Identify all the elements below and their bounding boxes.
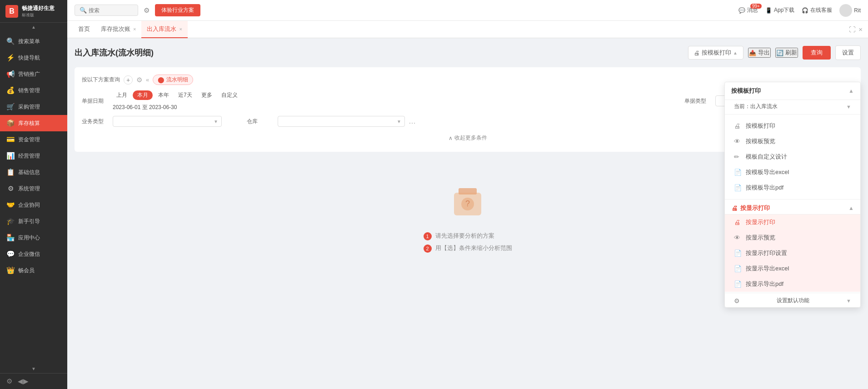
dropdown-header: 按模板打印 ▲ [725, 82, 860, 100]
filter-collapse-icon[interactable]: « [146, 76, 149, 83]
dropdown-item-display-pdf[interactable]: 📄 按显示导出pdf [725, 276, 860, 292]
sidebar-item-finance[interactable]: 💳 资金管理 [0, 131, 67, 148]
sidebar-item-operations[interactable]: 📊 经营管理 [0, 148, 67, 164]
sidebar-item-search[interactable]: 🔍 搜索菜单 [0, 33, 67, 50]
sidebar-item-label: 基础信息 [18, 169, 40, 176]
dropdown-current-arrow-icon[interactable]: ▼ [846, 104, 851, 110]
logo-text: 畅捷通好生意 标准版 [22, 5, 55, 18]
dropdown-display-collapse-icon[interactable]: ▲ [848, 205, 854, 211]
step-1-num: 1 [424, 232, 432, 240]
dropdown-default-arrow-icon[interactable]: ▼ [846, 298, 851, 304]
filter-settings-icon[interactable]: ⚙ [136, 76, 142, 84]
step-1-text: 请先选择要分析的方案 [435, 232, 494, 240]
refresh-button[interactable]: 🔄 刷新 [775, 48, 798, 58]
guide-icon: 🎓 [6, 217, 15, 225]
sidebar-item-sales[interactable]: 💰 销售管理 [0, 82, 67, 99]
export-button[interactable]: 📤 导出 [748, 48, 771, 58]
sidebar-item-member[interactable]: 👑 畅会员 [0, 262, 67, 279]
filter-date-last-month[interactable]: 上月 [113, 90, 131, 100]
sidebar-item-wechat[interactable]: 💬 企业微信 [0, 246, 67, 262]
footer-collapse-icon[interactable]: ◀▶ [18, 377, 29, 385]
sidebar-item-cooperation[interactable]: 🤝 企业协同 [0, 197, 67, 213]
search-icon: 🔍 [80, 7, 87, 14]
display-excel-icon: 📄 [734, 265, 741, 272]
dropdown-item-template-custom[interactable]: ✏ 模板自定义设计 [725, 149, 860, 165]
filter-date-this-month[interactable]: 本月 [133, 90, 153, 100]
message-button[interactable]: 💬 消息 99+ [738, 6, 758, 14]
tab-expand-icon[interactable]: ⛶ [849, 25, 856, 33]
settings-button[interactable]: 设置 [835, 45, 861, 60]
tab-flow-close[interactable]: × [179, 26, 182, 32]
dropdown-display-section-label: 🖨 按显示打印 [731, 204, 770, 212]
filter-date-last-7[interactable]: 近7天 [175, 90, 196, 100]
filter-date-range: 2023-06-01 至 2023-06-30 [113, 104, 241, 111]
sidebar-item-guide[interactable]: 🎓 新手引导 [0, 213, 67, 229]
tabs-actions: ⛶ × [849, 25, 863, 33]
tab-batch-close[interactable]: × [133, 26, 136, 32]
dropdown-item-display-preview[interactable]: 👁 按显示预览 [725, 230, 860, 245]
dropdown-item-template-preview-label: 按模板预览 [746, 137, 775, 145]
filter-biz-type-wrapper [113, 116, 222, 127]
sidebar-scroll-up[interactable]: ▲ [0, 23, 67, 31]
template-excel-icon: 📄 [734, 169, 741, 176]
tab-flow[interactable]: 出入库流水 × [141, 21, 187, 38]
industry-solution-button[interactable]: 体验行业方案 [155, 4, 200, 16]
tab-close-all-icon[interactable]: × [858, 25, 863, 33]
dropdown-item-display-pdf-label: 按显示导出pdf [746, 280, 783, 288]
template-print-icon: 🖨 [734, 122, 741, 130]
logo-icon: B [5, 5, 18, 18]
dropdown-item-display-excel[interactable]: 📄 按显示导出excel [725, 261, 860, 276]
dropdown-item-template-preview[interactable]: 👁 按模板预览 [725, 134, 860, 149]
sidebar-item-quick-nav[interactable]: ⚡ 快捷导航 [0, 50, 67, 66]
dropdown-current-label: 当前：出入库流水 ▼ [725, 100, 860, 113]
dropdown-item-template-pdf[interactable]: 📄 按模板导出pdf [725, 180, 860, 195]
sidebar-item-inventory[interactable]: 📦 库存核算 [0, 115, 67, 131]
sidebar-item-app-center[interactable]: 🏪 应用中心 [0, 229, 67, 246]
sidebar-item-marketing[interactable]: 📢 营销推广 [0, 66, 67, 82]
tabs-bar: 首页 库存批次账 × 出入库流水 × ⛶ × [67, 21, 868, 38]
topbar-search-input[interactable] [89, 7, 134, 14]
filter-date-more[interactable]: 更多 [198, 90, 216, 100]
sidebar-item-purchase[interactable]: 🛒 采购管理 [0, 99, 67, 115]
sidebar-item-system[interactable]: ⚙ 系统管理 [0, 180, 67, 197]
filter-warehouse-select[interactable] [278, 116, 405, 127]
dropdown-template-section: 🖨 按模板打印 👁 按模板预览 ✏ 模板自定义设计 📄 按模板导出excel 📄 [725, 115, 860, 198]
dropdown-item-display-print-settings[interactable]: 📄 按显示打印设置 [725, 245, 860, 261]
sales-icon: 💰 [6, 86, 15, 95]
cooperation-icon: 🤝 [6, 201, 15, 209]
filter-add-button[interactable]: + [124, 75, 133, 85]
svg-rect-1 [459, 188, 477, 194]
app-center-icon: 🏪 [6, 234, 15, 242]
print-arrow-up-icon: ▲ [733, 50, 738, 55]
topbar-gear-icon[interactable]: ⚙ [144, 6, 150, 15]
query-button[interactable]: 查询 [803, 46, 831, 60]
footer-settings-icon[interactable]: ⚙ [6, 377, 12, 385]
print-template-button[interactable]: 🖨 按模板打印 ▲ [688, 46, 743, 60]
filter-warehouse-field: 仓库 … [247, 116, 416, 127]
filter-date-buttons: 上月 本月 本年 近7天 更多 自定义 [113, 90, 241, 100]
print-label: 按模板打印 [702, 49, 731, 57]
app-download-icon: 📱 [765, 7, 772, 14]
sidebar-item-label: 应用中心 [18, 234, 40, 242]
dropdown-item-template-excel[interactable]: 📄 按模板导出excel [725, 165, 860, 180]
dropdown-item-display-print[interactable]: 🖨 按显示打印 [725, 214, 860, 230]
dropdown-collapse-icon[interactable]: ▲ [848, 88, 854, 94]
app-download-button[interactable]: 📱 App下载 [765, 6, 794, 14]
filter-warehouse-ellipsis[interactable]: … [409, 117, 416, 125]
filter-date-custom[interactable]: 自定义 [218, 90, 241, 100]
user-avatar-button[interactable]: Rit [839, 4, 861, 17]
sidebar-scroll-down[interactable]: ▼ [0, 364, 67, 373]
sidebar-item-label: 销售管理 [18, 87, 40, 95]
sidebar-item-label: 企业微信 [18, 250, 40, 258]
tab-home[interactable]: 首页 [73, 21, 95, 38]
refresh-icon: 🔄 [776, 50, 783, 56]
filter-biz-type-select[interactable] [113, 116, 222, 127]
sidebar-item-basic[interactable]: 📋 基础信息 [0, 164, 67, 180]
filter-date-this-year[interactable]: 本年 [155, 90, 173, 100]
service-button[interactable]: 🎧 在线客服 [802, 6, 832, 14]
tab-batch[interactable]: 库存批次账 × [95, 21, 141, 38]
dropdown-item-template-print[interactable]: 🖨 按模板打印 [725, 118, 860, 134]
finance-icon: 💳 [6, 135, 15, 144]
step-2-text: 用【选】条件来缩小分析范围 [435, 244, 512, 252]
display-settings-icon: 📄 [734, 249, 741, 257]
